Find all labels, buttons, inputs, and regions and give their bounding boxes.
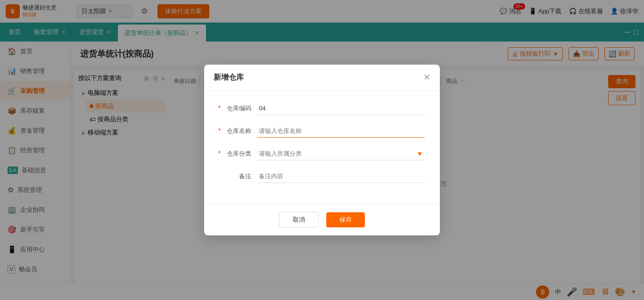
save-button[interactable]: 保存 (326, 212, 365, 227)
cancel-button[interactable]: 取消 (279, 212, 319, 228)
form-row-name: 仓库名称 (219, 125, 425, 138)
warehouse-remark-input[interactable] (257, 170, 425, 183)
warehouse-code-label: 仓库编码 (219, 104, 257, 113)
modal-footer: 取消 保存 (204, 204, 440, 235)
modal-title: 新增仓库 (214, 73, 244, 83)
warehouse-name-label: 仓库名称 (219, 127, 257, 135)
warehouse-remark-label: 备注 (219, 172, 257, 181)
form-row-code: 仓库编码 (219, 102, 425, 115)
warehouse-category-wrapper: ▼ (257, 147, 425, 160)
modal-close-icon[interactable]: ✕ (423, 72, 430, 83)
form-row-category: 仓库分类 ▼ (219, 147, 425, 160)
modal-overlay: 新增仓库 ✕ 仓库编码 仓库名称 仓库分类 ▼ (0, 0, 644, 300)
warehouse-category-label: 仓库分类 (219, 150, 257, 158)
warehouse-modal: 新增仓库 ✕ 仓库编码 仓库名称 仓库分类 ▼ (204, 65, 440, 235)
modal-body: 仓库编码 仓库名称 仓库分类 ▼ 备注 (204, 91, 440, 204)
modal-header: 新增仓库 ✕ (204, 65, 440, 91)
form-row-remark: 备注 (219, 170, 425, 183)
warehouse-category-input[interactable] (257, 147, 425, 160)
warehouse-name-input[interactable] (257, 125, 425, 138)
category-dropdown-icon[interactable]: ▼ (416, 150, 423, 158)
warehouse-code-input[interactable] (257, 102, 425, 115)
